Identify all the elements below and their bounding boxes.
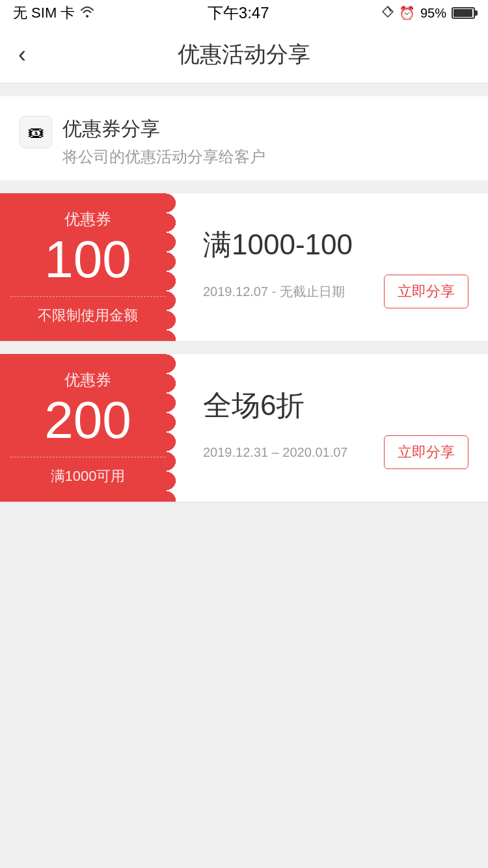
- coupon-condition-2: 满1000可用: [51, 467, 126, 486]
- coupon-divider-1: [10, 296, 165, 297]
- section-title: 优惠券分享: [62, 116, 265, 142]
- section-subtitle: 将公司的优惠活动分享给客户: [62, 146, 265, 167]
- status-right: ⏰ 95%: [382, 5, 475, 21]
- page-background: [0, 515, 488, 868]
- coupon-left-2: 优惠券 200 满1000可用: [0, 354, 176, 502]
- status-bar: 无 SIM 卡 下午3:47 ⏰ 95%: [0, 0, 488, 26]
- coupon-list: 优惠券 100 不限制使用金额 满1000-100 2019.12.07 - 无…: [0, 193, 488, 515]
- alarm-icon: ⏰: [399, 5, 415, 21]
- carrier-text: 无 SIM 卡: [13, 3, 75, 23]
- battery-percent: 95%: [420, 6, 446, 21]
- coupon-card-1: 优惠券 100 不限制使用金额 满1000-100 2019.12.07 - 无…: [0, 193, 488, 341]
- coupon-amount-2: 200: [44, 394, 131, 446]
- coupon-meta-1: 2019.12.07 - 无截止日期 立即分享: [203, 275, 468, 308]
- coupon-label-2: 优惠券: [64, 370, 111, 390]
- coupon-date-1: 2019.12.07 - 无截止日期: [203, 283, 376, 301]
- back-button[interactable]: ‹: [18, 43, 26, 66]
- share-button-2[interactable]: 立即分享: [384, 435, 468, 469]
- battery-icon: [452, 7, 475, 19]
- coupon-label-1: 优惠券: [64, 209, 111, 230]
- coupon-name-1: 满1000-100: [203, 226, 468, 264]
- coupon-card-2: 优惠券 200 满1000可用 全场6折 2019.12.31 – 2020.0…: [0, 354, 488, 502]
- coupon-left-1: 优惠券 100 不限制使用金额: [0, 193, 176, 341]
- section-text: 优惠券分享 将公司的优惠活动分享给客户: [62, 116, 265, 167]
- coupon-right-1: 满1000-100 2019.12.07 - 无截止日期 立即分享: [176, 193, 488, 341]
- page-title: 优惠活动分享: [178, 40, 310, 70]
- section-icon: 🎟: [20, 116, 52, 148]
- wifi-icon: [80, 5, 94, 21]
- nav-bar: ‹ 优惠活动分享: [0, 26, 488, 83]
- coupon-name-2: 全场6折: [203, 387, 468, 425]
- coupon-meta-2: 2019.12.31 – 2020.01.07 立即分享: [203, 435, 468, 469]
- coupon-date-2: 2019.12.31 – 2020.01.07: [203, 445, 376, 460]
- section-header: 🎟 优惠券分享 将公司的优惠活动分享给客户: [0, 96, 488, 180]
- coupon-amount-1: 100: [44, 234, 131, 286]
- coupon-condition-1: 不限制使用金额: [38, 306, 138, 325]
- coupon-icon: 🎟: [27, 122, 44, 142]
- coupon-right-2: 全场6折 2019.12.31 – 2020.01.07 立即分享: [176, 354, 488, 502]
- share-button-1[interactable]: 立即分享: [384, 275, 468, 308]
- status-left: 无 SIM 卡: [13, 3, 94, 23]
- status-time: 下午3:47: [208, 3, 269, 23]
- coupon-divider-2: [10, 457, 165, 457]
- location-icon: [382, 6, 394, 21]
